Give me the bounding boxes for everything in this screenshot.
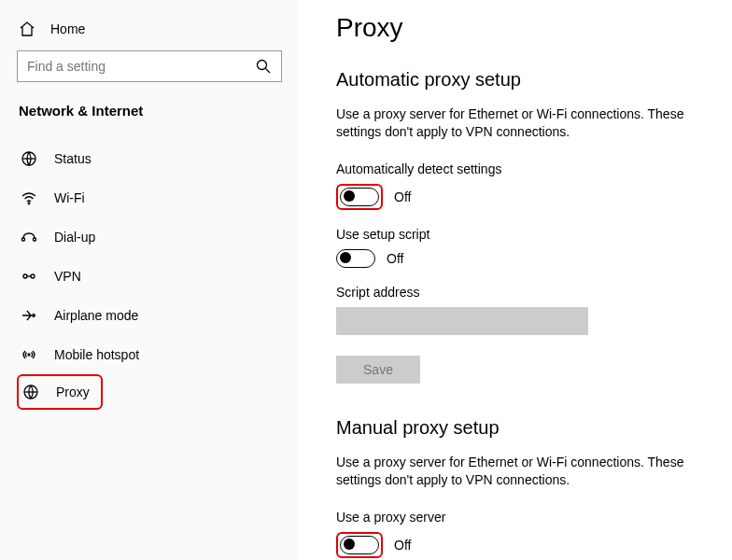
setup-script-state: Off (387, 251, 403, 266)
home-icon (19, 21, 35, 37)
main-content: Proxy Automatic proxy setup Use a proxy … (299, 0, 732, 560)
proxy-icon (22, 384, 39, 400)
sidebar-item-hotspot[interactable]: Mobile hotspot (17, 335, 282, 374)
manual-heading: Manual proxy setup (336, 417, 715, 439)
svg-rect-5 (22, 238, 25, 241)
save-button[interactable]: Save (336, 356, 420, 384)
svg-point-10 (28, 354, 30, 356)
sidebar-item-vpn[interactable]: VPN (17, 257, 282, 296)
vpn-icon (21, 268, 37, 285)
svg-point-4 (28, 203, 30, 204)
auto-detect-toggle[interactable] (340, 188, 379, 206)
highlight-use-proxy-toggle (336, 532, 383, 558)
sidebar-item-dialup[interactable]: Dial-up (17, 217, 282, 257)
sidebar-item-airplane[interactable]: Airplane mode (17, 296, 282, 335)
sidebar-item-wifi[interactable]: Wi-Fi (17, 178, 282, 217)
sidebar: Home Network & Internet Status Wi-Fi Dia… (0, 0, 299, 560)
hotspot-icon (21, 346, 37, 363)
search-icon (255, 58, 272, 75)
nav-home-label: Home (50, 21, 85, 36)
dialup-icon (21, 229, 37, 245)
search-field[interactable] (27, 59, 255, 74)
auto-description: Use a proxy server for Ethernet or Wi-Fi… (336, 105, 710, 141)
auto-heading: Automatic proxy setup (336, 69, 715, 91)
sidebar-item-proxy[interactable]: Proxy (21, 378, 99, 406)
use-proxy-state: Off (394, 538, 411, 553)
sidebar-item-label: Mobile hotspot (54, 347, 139, 362)
highlight-proxy-nav: Proxy (17, 374, 103, 410)
svg-point-8 (31, 274, 35, 278)
highlight-auto-detect-toggle (336, 184, 383, 210)
sidebar-item-label: Airplane mode (54, 308, 138, 323)
sidebar-item-label: Wi-Fi (54, 190, 85, 205)
status-icon (21, 150, 37, 167)
page-title: Proxy (336, 13, 715, 43)
sidebar-item-status[interactable]: Status (17, 139, 282, 178)
svg-rect-6 (34, 238, 36, 241)
sidebar-item-label: Proxy (56, 385, 90, 399)
use-proxy-toggle[interactable] (340, 536, 379, 554)
sidebar-item-label: Status (54, 151, 92, 166)
svg-line-1 (266, 69, 271, 74)
manual-description: Use a proxy server for Ethernet or Wi-Fi… (336, 454, 710, 489)
auto-detect-label: Automatically detect settings (336, 161, 715, 176)
airplane-icon (21, 307, 37, 324)
script-address-label: Script address (336, 285, 715, 300)
script-address-input[interactable] (336, 307, 588, 335)
search-input[interactable] (17, 50, 282, 82)
sidebar-item-label: VPN (54, 269, 81, 284)
setup-script-label: Use setup script (336, 227, 715, 242)
svg-point-7 (23, 274, 27, 278)
setup-script-toggle[interactable] (336, 249, 375, 268)
nav-home[interactable]: Home (17, 17, 282, 50)
use-proxy-label: Use a proxy server (336, 510, 715, 525)
sidebar-item-label: Dial-up (54, 230, 95, 245)
wifi-icon (21, 189, 37, 206)
svg-point-0 (258, 61, 267, 70)
sidebar-section-title: Network & Internet (17, 103, 282, 119)
auto-detect-state: Off (394, 189, 411, 204)
